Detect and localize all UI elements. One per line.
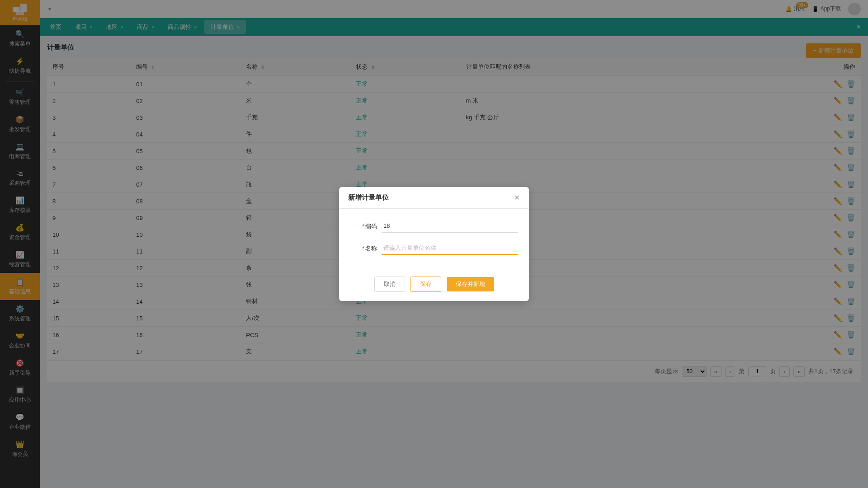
form-row-code: 编码 bbox=[350, 220, 518, 233]
code-input[interactable] bbox=[382, 220, 518, 233]
cancel-button[interactable]: 取消 bbox=[374, 277, 405, 292]
modal-footer: 取消 保存 保存并新增 bbox=[339, 271, 529, 301]
form-row-name: 名称 bbox=[350, 242, 518, 255]
modal-body: 编码 名称 bbox=[339, 209, 529, 271]
name-input[interactable] bbox=[382, 242, 518, 255]
modal-close-button[interactable]: ✕ bbox=[514, 193, 520, 202]
save-and-new-button[interactable]: 保存并新增 bbox=[447, 277, 494, 291]
save-button[interactable]: 保存 bbox=[410, 277, 441, 292]
code-label: 编码 bbox=[350, 222, 377, 230]
modal-header: 新增计量单位 ✕ bbox=[339, 187, 529, 209]
name-label: 名称 bbox=[350, 244, 377, 253]
modal-title: 新增计量单位 bbox=[348, 193, 389, 202]
modal-overlay[interactable]: 新增计量单位 ✕ 编码 名称 取消 保存 保存并新增 bbox=[0, 0, 868, 488]
add-unit-modal: 新增计量单位 ✕ 编码 名称 取消 保存 保存并新增 bbox=[339, 187, 529, 301]
